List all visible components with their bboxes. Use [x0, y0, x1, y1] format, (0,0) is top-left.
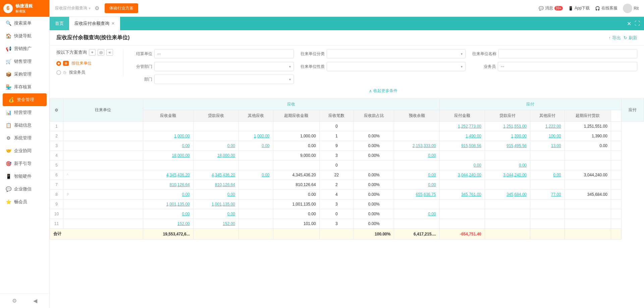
- sidebar-item-enterprise[interactable]: 🤝 企业协同: [0, 144, 49, 157]
- online-service-btn[interactable]: 🎧 在线客服: [595, 5, 618, 11]
- sidebar-item-sales[interactable]: 🛒 销售管理: [0, 55, 49, 68]
- cell-value[interactable]: 915,508.56: [461, 143, 481, 148]
- cell-value[interactable]: 1,000.00: [174, 134, 190, 138]
- cell-row-num: 3: [50, 141, 63, 151]
- sidebar-item-member[interactable]: ⭐ 畅会员: [0, 195, 49, 208]
- cell-value[interactable]: 13.00: [551, 143, 561, 148]
- system-icon: ⚙: [5, 135, 11, 141]
- sidebar-item-purchase[interactable]: 📦 采购管理: [0, 68, 49, 81]
- cell-value[interactable]: 3,044,240.00: [458, 173, 481, 177]
- sidebar-item-guide[interactable]: 🎯 新手引导: [0, 157, 49, 170]
- table-row: 8 P 0.00 0.00 0.00 4 0.00% 655,636.75 34…: [50, 190, 644, 200]
- tab-home[interactable]: 首页: [50, 17, 69, 30]
- cell-value[interactable]: 1,001,135.00: [212, 202, 235, 207]
- cell-value[interactable]: 1,252,773.00: [458, 124, 481, 129]
- cell-value[interactable]: 1,000.00: [254, 134, 270, 138]
- cell-value[interactable]: 0.00: [262, 173, 269, 177]
- cell-value[interactable]: 810,126.64: [215, 182, 235, 187]
- cell-value[interactable]: 0.00: [227, 212, 235, 216]
- filter-add-button[interactable]: +: [89, 49, 96, 56]
- cell-value[interactable]: 1,390.00: [511, 134, 527, 138]
- cell-value[interactable]: 655,636.75: [416, 192, 436, 197]
- cell-value[interactable]: 0.00: [182, 212, 190, 216]
- cell-value[interactable]: 915,495.56: [506, 143, 527, 148]
- th-settings[interactable]: ⚙: [50, 99, 63, 122]
- tab-expand-icon[interactable]: ⛶: [635, 20, 640, 27]
- sidebar-item-inventory[interactable]: 🏪 库存核算: [0, 81, 49, 93]
- filter-collapse-icon[interactable]: «: [106, 49, 113, 56]
- messages-btn[interactable]: 💬 消息 99+: [539, 5, 563, 11]
- partner-name-input[interactable]: [498, 49, 637, 58]
- refresh-button[interactable]: ↻ 刷新: [624, 35, 637, 41]
- dept-manager-input[interactable]: ▾: [154, 62, 294, 71]
- solution-button[interactable]: 体验行业方案: [105, 3, 138, 13]
- view-by-staff[interactable]: ◷ 按业务员: [56, 68, 118, 77]
- cell-ap-cont: [611, 141, 621, 151]
- partner-nature-input[interactable]: ▾: [327, 62, 466, 71]
- cell-value[interactable]: 0.00: [428, 153, 436, 158]
- header-settings-icon[interactable]: ⚙: [95, 5, 99, 11]
- sidebar-item-smart-hw[interactable]: 📱 智能硬件: [0, 170, 49, 183]
- app-download-btn[interactable]: 📱 App下载: [568, 5, 590, 11]
- cell-value[interactable]: 0.00: [182, 143, 190, 148]
- tab-close-all-icon[interactable]: ✕: [627, 20, 631, 27]
- user-menu[interactable]: Rit: [623, 4, 639, 13]
- department-input[interactable]: ▾: [154, 75, 294, 84]
- cell-value[interactable]: 152.00: [177, 221, 190, 226]
- cell-value[interactable]: 100.00: [549, 134, 561, 138]
- cell-value[interactable]: 0.00: [474, 163, 481, 168]
- filter-target-icon[interactable]: ◎: [98, 49, 104, 56]
- cell-value[interactable]: 0.00: [262, 143, 269, 148]
- cell-value[interactable]: 1,001,135.00: [166, 202, 190, 207]
- tab-ar-ap[interactable]: 应收应付余额查询 ✕: [69, 17, 120, 30]
- tab-close-icon[interactable]: ✕: [111, 21, 115, 26]
- cell-value[interactable]: 18,000.00: [217, 153, 235, 158]
- cell-ar-other: [239, 219, 273, 229]
- cell-value[interactable]: 1,222.00: [545, 124, 561, 129]
- cell-value[interactable]: 345,684.00: [506, 192, 527, 197]
- sidebar-item-basic-info[interactable]: 📋 基础信息: [0, 119, 49, 132]
- cell-value[interactable]: 2,153,333.00: [413, 143, 436, 148]
- cell-value[interactable]: 0.00: [428, 173, 436, 177]
- partner-category-input[interactable]: ▾: [327, 49, 466, 58]
- sidebar-collapse-btn[interactable]: ◀: [33, 298, 37, 304]
- cell-value[interactable]: 3,044,240.00: [503, 173, 527, 177]
- export-button[interactable]: ↑ 导出: [609, 35, 621, 41]
- cell-ar-count: 22: [319, 170, 354, 180]
- cell-value[interactable]: 77.00: [551, 192, 561, 197]
- sidebar-settings-btn[interactable]: ⚙: [12, 298, 17, 304]
- sidebar-item-management[interactable]: 📊 经营管理: [0, 106, 49, 119]
- settlement-unit-input[interactable]: ···: [154, 49, 294, 58]
- sidebar-item-wechat[interactable]: 💬 企业微信: [0, 183, 49, 195]
- cell-value[interactable]: 0.00: [519, 163, 527, 168]
- cell-value[interactable]: 0.00: [182, 192, 190, 197]
- cell-value[interactable]: 0.00: [553, 173, 561, 177]
- cell-value[interactable]: 810,126.64: [170, 182, 190, 187]
- cell-ar-loan: 810,126.64: [193, 180, 238, 190]
- footer-ar-prepay: 6,417,215....: [394, 229, 439, 239]
- view-by-partner[interactable]: ⊕ 按往来单位: [56, 59, 118, 68]
- cell-value[interactable]: 18,000.00: [172, 153, 190, 158]
- cell-value[interactable]: 345,761.00: [461, 192, 481, 197]
- sidebar-item-finance[interactable]: 💰 资金管理: [3, 93, 47, 106]
- cell-value[interactable]: 0.00: [428, 182, 436, 187]
- sidebar-item-system[interactable]: ⚙ 系统管理: [0, 132, 49, 144]
- cell-value[interactable]: 152.00: [223, 221, 235, 226]
- sidebar-item-quick-nav[interactable]: 🏠 快捷导航: [0, 30, 49, 42]
- cell-value[interactable]: 0.00: [227, 192, 235, 197]
- cell-value[interactable]: 4,345,436.20: [212, 173, 235, 177]
- filter-collapse-bar[interactable]: ∧ 收起更多条件: [129, 87, 637, 95]
- cell-value[interactable]: 4,345,436.20: [166, 173, 190, 177]
- cell-value[interactable]: 1,251,551.00: [503, 124, 527, 129]
- cell-ar-ratio: 0.00%: [354, 131, 394, 141]
- message-icon: 💬: [539, 6, 544, 11]
- salesperson-input[interactable]: ···: [498, 62, 637, 71]
- sidebar-item-search-menu[interactable]: 🔍 搜索菜单: [0, 17, 49, 30]
- cell-value[interactable]: 0.00: [428, 212, 436, 216]
- cell-value[interactable]: 0.00: [227, 143, 235, 148]
- filter-label: 按以下方案查询: [56, 49, 87, 55]
- cell-ap-cont: [611, 180, 621, 190]
- sidebar-item-marketing[interactable]: 📢 营销推广: [0, 42, 49, 55]
- cell-value[interactable]: 1,490.00: [466, 134, 481, 138]
- cell-ap-other: [530, 161, 565, 170]
